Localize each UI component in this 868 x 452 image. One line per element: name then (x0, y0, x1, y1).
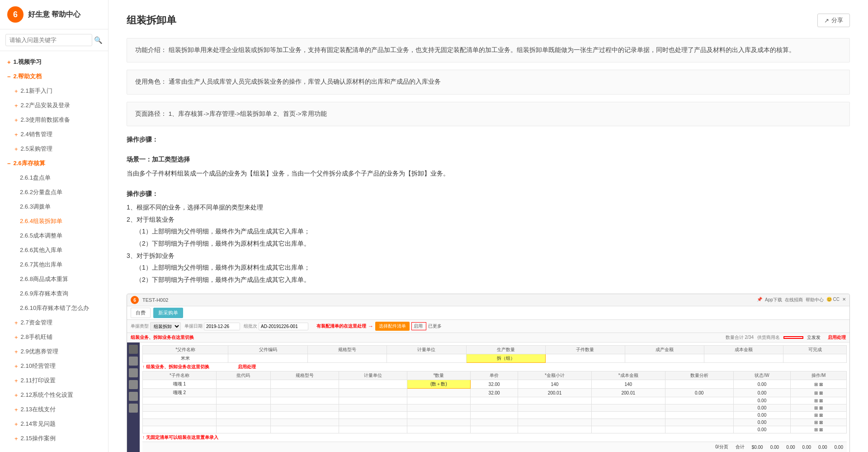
sidebar: 6 好生意 帮助中心 🔍 + 1.视频学习 − 2.帮助文档 + 2.1新手入门 (0, 0, 108, 452)
page-title: 组装拆卸单 (127, 14, 176, 27)
nav-list: + 1.视频学习 − 2.帮助文档 + 2.1新手入门 + (0, 51, 108, 449)
annotation-label-2: 组装业务、拆卸业务在这里切换 (146, 364, 209, 369)
ss-logo: 6 (131, 296, 139, 304)
info-block-intro: 功能介绍： 组装拆卸单用来处理企业组装或拆卸等加工业务，支持有固定装配清单的产品… (127, 38, 850, 62)
share-icon: ↗ (824, 17, 829, 24)
sidebar-item-prepare[interactable]: + 2.3使用前数据准备 (0, 113, 108, 127)
operations-section: 操作步骤： (127, 133, 850, 146)
annotation-arrow-2: ↑ (142, 364, 145, 369)
ss-icon-3 (129, 368, 138, 377)
screenshot-content: *父件名称 父件编码 规格型号 计量单位 生产数量 子件数量 成产金额 成本金额… (127, 343, 849, 452)
ss-type-select[interactable]: 组装拆卸 (150, 322, 181, 331)
sidebar-item-inventory[interactable]: − 2.6库存核算 2.6.1盘点单 2.6.2分量盘点单 (0, 156, 108, 315)
collapse-icon: − (7, 73, 11, 80)
sidebar-item-adjust[interactable]: 2.6.3调拨单 (0, 200, 108, 214)
table-row: 0.00⊞ ⊠ (143, 404, 847, 412)
ss-select-btn[interactable]: 选择配件清单 (375, 322, 410, 331)
step-3: 3、对于拆卸业务 (127, 250, 850, 262)
info-block-role: 使用角色： 通常由生产人员或库管人员完成拆装业务的操作，库管人员确认原材料的出库… (127, 70, 850, 94)
sidebar-item-faq[interactable]: + 2.14常见问题 (0, 417, 108, 431)
sidebar-item-instock[interactable]: 2.6.6其他入库单 (0, 243, 108, 257)
sidebar-header: 6 好生意 帮助中心 (0, 0, 108, 29)
annotation-label-3: 启用处理 (238, 364, 256, 369)
ss-tab-zifei[interactable]: 自费 (131, 308, 151, 318)
screenshot-left-icons (127, 343, 140, 452)
table-row: 嘎嘎 1 (数＋数) 32.00 140 140 0.00 ⊞ ⊠ (143, 380, 847, 389)
step-2-2: （2）下部明细为子件明细，最终作为原材料生成其它出库单。 (127, 238, 850, 250)
sidebar-item-assembly[interactable]: 2.6.4组装拆卸单 (0, 214, 108, 228)
sidebar-item-stockquery[interactable]: 2.6.9库存账本查询 (0, 286, 108, 301)
table-row: 0.00⊞ ⊠ (143, 419, 847, 426)
sidebar-item-stocktake[interactable]: 2.6.1盘点单 (0, 171, 108, 185)
ss-icon-4 (129, 380, 138, 389)
sidebar-item-payment[interactable]: + 2.13在线支付 (0, 402, 108, 417)
search-input[interactable] (5, 34, 92, 46)
ss-icon-5 (129, 392, 138, 401)
screenshot-top-table: *父件名称 父件编码 规格型号 计量单位 生产数量 子件数量 成产金额 成本金额… (142, 345, 847, 363)
ss-topbar-text: TEST-H002 (142, 297, 168, 303)
app-title: 好生意 帮助中心 (28, 10, 80, 19)
sidebar-item-stockerror[interactable]: 2.6.10库存账本错了怎么办 (0, 301, 108, 315)
sidebar-item-install[interactable]: + 2.2产品安装及登录 (0, 98, 108, 113)
sidebar-item-customize[interactable]: + 2.12系统个性化设置 (0, 388, 108, 402)
screenshot-bottom-table: *子件名称 批代码 规格型号 计量单位 *数量 单价 *金额小计 *成本金额 数… (142, 371, 847, 433)
table-row: 米米 拆（组） (143, 354, 847, 363)
inventory-subnav: 2.6.1盘点单 2.6.2分量盘点单 2.6.3调拨单 (0, 171, 108, 315)
main-content: 组装拆卸单 ↗ 分享 功能介绍： 组装拆卸单用来处理企业组装或拆卸等加工业务，支… (108, 0, 868, 452)
step-3-2: （2）下部明细为子件明细，最终作为产成品生成其它入库单。 (127, 274, 850, 286)
sidebar-item-docs[interactable]: − 2.帮助文档 + 2.1新手入门 + 2.2产品安装及登录 (0, 69, 108, 446)
screenshot-toolbar: 单据类型 组装拆卸 单据日期 组批次 有装配清单的在这里处理 → (127, 320, 849, 333)
search-button[interactable]: 🔍 (94, 36, 103, 44)
ss-tab-purchase[interactable]: 新采购单 (153, 308, 183, 318)
annotation-3: 启用处理 (828, 334, 846, 341)
annotation-4: 无固定清单可以组装在这里置单录入 (146, 435, 218, 440)
sidebar-item-outstock[interactable]: 2.6.7其他出库单 (0, 257, 108, 272)
screenshot-bottom-row: 0/分页 合计 $0.00 0.00 0.00 0.00 0.00 0.00 (142, 442, 847, 452)
steps-section: 操作步骤： 1、根据不同的业务，选择不同单据的类型来处理 2、对于组装业务 （1… (127, 188, 850, 286)
table-row: 0.00⊞ ⊠ (143, 412, 847, 419)
sidebar-item-capital[interactable]: + 2.7资金管理 (0, 315, 108, 330)
ss-icon-1 (129, 345, 138, 354)
sidebar-item-goodscost[interactable]: 2.6.8商品成本重算 (0, 272, 108, 286)
sidebar-item-video[interactable]: + 1.视频学习 (0, 55, 108, 69)
sidebar-item-partial[interactable]: 2.6.2分量盘点单 (0, 185, 108, 200)
expand-icon: + (7, 59, 11, 66)
sidebar-item-cases[interactable]: + 2.15操作案例 (0, 431, 108, 446)
step-1: 1、根据不同的业务，选择不同单据的类型来处理 (127, 201, 850, 214)
ss-icon-2 (129, 357, 138, 366)
steps-title: 操作步骤： (127, 190, 158, 197)
ss-icon-6 (129, 404, 138, 413)
page-header: 组装拆卸单 ↗ 分享 (127, 14, 850, 27)
sidebar-item-coupon[interactable]: + 2.9优惠券管理 (0, 344, 108, 359)
main-inner: 组装拆卸单 ↗ 分享 功能介绍： 组装拆卸单用来处理企业组装或拆卸等加工业务，支… (108, 0, 868, 452)
table-row: 0.00⊞ ⊠ (143, 426, 847, 433)
sidebar-item-sales[interactable]: + 2.4销售管理 (0, 127, 108, 142)
screenshot-topbar: 6 TEST-H002 📌 App下载 在线招商 帮助中心 😊 CC ✕ (127, 294, 849, 306)
step-2: 2、对于组装业务 (127, 214, 850, 226)
step-2-1: （1）上部明细为父件明细，最终作为产成品生成其它入库单； (127, 225, 850, 238)
screenshot-sub-toolbar: 组装业务、拆卸业务在这里切换 数量合计 2/34 供货商用名 立发发 启用处理 (127, 333, 849, 343)
table-row: 嘎嘎 2 32.00 200.01 200.01 0.00 0.00 ⊞ (143, 389, 847, 397)
annotation-2: 组装业务、拆卸业务在这里切换 (131, 334, 194, 341)
sidebar-item-purchase[interactable]: + 2.5采购管理 (0, 142, 108, 156)
operations-title: 操作步骤： (127, 133, 850, 146)
annotation-1: 有装配清单的在这里处理 (316, 323, 366, 329)
sidebar-item-cost[interactable]: 2.6.5成本调整单 (0, 228, 108, 243)
scene1-section: 场景一：加工类型选择 当由多个子件材料组装成一个成品的业务为【组装】业务，当由一… (127, 153, 850, 179)
info-block-path: 页面路径： 1、库存核算->库存管理->组装拆卸单 2、首页->常用功能 (127, 102, 850, 126)
search-area: 🔍 (0, 29, 108, 51)
sidebar-item-newbie[interactable]: + 2.1新手入门 (0, 84, 108, 98)
scene1-title: 场景一：加工类型选择 (127, 156, 190, 163)
screenshot-nav: 自费 新采购单 (127, 306, 849, 320)
sidebar-item-operation[interactable]: + 2.10经营管理 (0, 359, 108, 373)
ss-date-input[interactable] (204, 323, 240, 330)
app-logo: 6 (7, 6, 24, 23)
step-3-1: （1）上部明细为父件明细，最终作为原材料生成其它出库单； (127, 262, 850, 274)
screenshot-table-area: *父件名称 父件编码 规格型号 计量单位 生产数量 子件数量 成产金额 成本金额… (140, 343, 849, 452)
sidebar-item-mobile[interactable]: + 2.8手机旺铺 (0, 330, 108, 344)
table-row: 0.00⊞ ⊠ (143, 397, 847, 404)
ss-batch-input[interactable] (259, 323, 308, 330)
share-button[interactable]: ↗ 分享 (817, 14, 850, 27)
sidebar-item-print[interactable]: + 2.11打印设置 (0, 373, 108, 388)
docs-subnav: + 2.1新手入门 + 2.2产品安装及登录 + 2.3使用前数据准备 (0, 84, 108, 446)
